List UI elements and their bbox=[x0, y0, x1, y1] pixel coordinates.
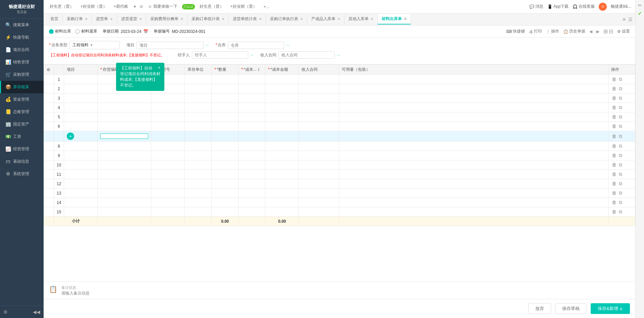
tab-item-8[interactable]: 产成品入库单✕ bbox=[307, 14, 344, 24]
income-contract-link[interactable]: ··· bbox=[337, 53, 340, 57]
row-cost-amt-9[interactable] bbox=[265, 160, 299, 170]
row-inv-10[interactable] bbox=[98, 170, 151, 179]
copy-row-icon-8[interactable]: ⧉ bbox=[619, 153, 622, 158]
row-qty-9[interactable] bbox=[212, 160, 238, 170]
row-cost-5[interactable] bbox=[238, 122, 265, 131]
date-value[interactable]: 2023-03-24 bbox=[121, 29, 141, 34]
row-contract-12[interactable] bbox=[299, 189, 339, 198]
sidebar-item-采购管理[interactable]: 🛒采购管理 bbox=[0, 68, 44, 81]
row-cost-amt-7[interactable] bbox=[265, 142, 299, 151]
tab-close-7[interactable]: ✕ bbox=[300, 17, 303, 21]
row-cost-2[interactable] bbox=[238, 94, 265, 103]
row-qty-2[interactable] bbox=[212, 94, 238, 103]
radio-material-out[interactable]: 材料出库 bbox=[49, 29, 71, 34]
delete-row-icon-1[interactable]: 🗑 bbox=[612, 86, 616, 91]
sidebar-item-资金管理[interactable]: 💰资金管理 bbox=[0, 93, 44, 106]
delete-row-icon-11[interactable]: 🗑 bbox=[612, 181, 616, 186]
row-project-1[interactable] bbox=[64, 84, 98, 94]
copy-row-icon-9[interactable]: ⧉ bbox=[619, 162, 622, 167]
topbar-dropdown-icon[interactable]: ▼ bbox=[133, 4, 137, 9]
user-avatar[interactable]: U bbox=[599, 3, 607, 11]
row-cost-amt-12[interactable] bbox=[265, 189, 299, 198]
tab-close-2[interactable]: ✕ bbox=[110, 17, 113, 21]
delete-row-icon-10[interactable]: 🗑 bbox=[612, 171, 616, 177]
tab-item-0[interactable]: 首页 bbox=[46, 14, 63, 24]
row-contract-6[interactable] bbox=[299, 131, 339, 142]
row-contract-14[interactable] bbox=[299, 207, 339, 217]
delete-row-icon-3[interactable]: 🗑 bbox=[612, 105, 616, 110]
next-doc-icon[interactable]: ▶ bbox=[596, 29, 599, 34]
row-qty-1[interactable] bbox=[212, 84, 238, 94]
row-qty-11[interactable] bbox=[212, 179, 238, 189]
row-spec-14[interactable] bbox=[151, 207, 185, 217]
copy-row-icon-12[interactable]: ⧉ bbox=[619, 190, 622, 196]
prev-doc-icon[interactable]: ◀ bbox=[589, 29, 592, 34]
tooltip-close-btn[interactable]: × bbox=[158, 65, 160, 70]
row-cost-amt-14[interactable] bbox=[265, 207, 299, 217]
row-contract-2[interactable] bbox=[299, 94, 339, 103]
save-draft-button[interactable]: 保存草稿 bbox=[555, 303, 587, 314]
project-input[interactable] bbox=[137, 42, 204, 49]
sidebar-item-快捷导航[interactable]: ⚡快捷导航 bbox=[0, 31, 44, 44]
rp-edit-icon[interactable]: ✏ bbox=[638, 3, 642, 8]
tab-item-2[interactable]: 进货单✕ bbox=[92, 14, 117, 24]
row-spec-10[interactable] bbox=[151, 170, 185, 179]
tab-item-9[interactable]: 其他入库单✕ bbox=[344, 14, 378, 24]
collapse-icon[interactable]: ◀◀ bbox=[33, 309, 40, 315]
row-cost-amt-4[interactable] bbox=[265, 112, 299, 122]
tab-item-1[interactable]: 采购订单✕ bbox=[63, 14, 92, 24]
sidebar-item-项目合同[interactable]: 📄项目合同 bbox=[0, 44, 44, 56]
row-cost-6[interactable] bbox=[238, 131, 265, 142]
copy-row-icon-14[interactable]: ⧉ bbox=[619, 209, 622, 214]
row-contract-5[interactable] bbox=[299, 122, 339, 131]
row-inv-9[interactable] bbox=[98, 160, 151, 170]
tab-close-9[interactable]: ✕ bbox=[371, 17, 373, 21]
copy-row-icon-13[interactable]: ⧉ bbox=[619, 200, 622, 205]
row-qty-12[interactable] bbox=[212, 189, 238, 198]
row-spec-4[interactable] bbox=[151, 112, 185, 122]
row-contract-3[interactable] bbox=[299, 103, 339, 112]
topbar-experience[interactable]: ☺ 我要体验一下 bbox=[146, 2, 179, 11]
row-project-6[interactable]: + bbox=[64, 131, 98, 142]
row-cost-11[interactable] bbox=[238, 179, 265, 189]
print-btn[interactable]: 🖨 打印 bbox=[529, 29, 542, 34]
sidebar-item-基础信息[interactable]: 🗃基础信息 bbox=[0, 155, 44, 168]
delete-row-icon-6[interactable]: 🗑 bbox=[612, 134, 616, 139]
topbar-nav2-0[interactable]: 好生意（普） bbox=[198, 2, 226, 11]
row-project-4[interactable] bbox=[64, 112, 98, 122]
copy-row-icon-6[interactable]: ⧉ bbox=[619, 134, 622, 139]
topbar-nav-easy-account[interactable]: +易代账 bbox=[112, 2, 130, 11]
list-view-icon[interactable]: ⊞ bbox=[603, 28, 608, 35]
grid-view-icon[interactable]: ⊟ bbox=[609, 28, 613, 35]
row-cost-amt-0[interactable] bbox=[265, 75, 299, 84]
delete-row-icon-4[interactable]: 🗑 bbox=[612, 114, 616, 119]
row-qty-14[interactable] bbox=[212, 207, 238, 217]
delete-row-icon-12[interactable]: 🗑 bbox=[612, 190, 616, 196]
row-cost-1[interactable] bbox=[238, 84, 265, 94]
handler-link[interactable]: ··· bbox=[250, 53, 254, 57]
shortcut-key-btn[interactable]: ⌨ 快捷键 bbox=[506, 29, 525, 34]
radio-material-return[interactable]: 材料退库 bbox=[75, 29, 97, 34]
delete-row-icon-13[interactable]: 🗑 bbox=[612, 200, 616, 205]
row-contract-8[interactable] bbox=[299, 151, 339, 160]
sidebar-item-工资[interactable]: 💵工资 bbox=[0, 130, 44, 143]
tab-item-6[interactable]: 进货单统计表✕ bbox=[229, 14, 266, 24]
operation-btn[interactable]: ⋮ 操作 bbox=[546, 29, 559, 34]
row-contract-13[interactable] bbox=[299, 198, 339, 207]
close-tab-icon[interactable]: ✕ bbox=[622, 17, 626, 22]
row-cost-3[interactable] bbox=[238, 103, 265, 112]
message-btn[interactable]: 💬 消息 bbox=[529, 4, 543, 9]
copy-row-icon-10[interactable]: ⧉ bbox=[619, 171, 622, 177]
row-project-7[interactable] bbox=[64, 142, 98, 151]
row-cost-7[interactable] bbox=[238, 142, 265, 151]
tab-item-10[interactable]: 材料出库单✕ bbox=[378, 14, 411, 24]
row-cost-amt-8[interactable] bbox=[265, 151, 299, 160]
discard-button[interactable]: 放弃 bbox=[528, 303, 551, 314]
row-qty-13[interactable] bbox=[212, 198, 238, 207]
row-qty-5[interactable] bbox=[212, 122, 238, 131]
sidebar-item-总账管理[interactable]: 📒总账管理 bbox=[0, 106, 44, 118]
tab-close-1[interactable]: ✕ bbox=[85, 17, 88, 21]
row-project-3[interactable] bbox=[64, 103, 98, 112]
row-cost-amt-6[interactable] bbox=[265, 131, 299, 142]
row-contract-11[interactable] bbox=[299, 179, 339, 189]
